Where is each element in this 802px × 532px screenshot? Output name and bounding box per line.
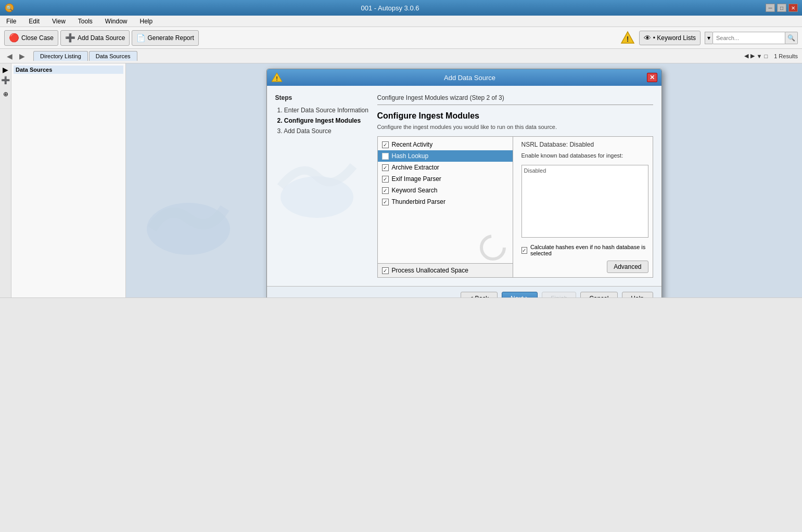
menu-help[interactable]: Help bbox=[136, 17, 157, 26]
svg-text:!: ! bbox=[276, 75, 278, 82]
module-item-exif-image-parser[interactable]: Exif Image Parser bbox=[378, 173, 513, 185]
add-data-source-label: Add Data Source bbox=[78, 34, 125, 42]
module-item-keyword-search[interactable]: Keyword Search bbox=[378, 185, 513, 196]
back-button[interactable]: < Back bbox=[461, 292, 498, 297]
tab-directory-listing[interactable]: Directory Listing bbox=[33, 51, 88, 61]
menu-file[interactable]: File bbox=[2, 17, 20, 26]
module-checkbox-hash-lookup[interactable] bbox=[382, 153, 389, 160]
title-bar: 🔍 001 - Autopsy 3.0.6 ─ □ ✕ bbox=[0, 0, 802, 16]
maximize-button[interactable]: □ bbox=[777, 4, 786, 12]
tab-strip: Directory Listing Data Sources bbox=[33, 51, 138, 61]
main-content: ▶ ➕ ⊕ Data Sources bbox=[0, 63, 802, 297]
step-2-num: 2. bbox=[277, 117, 283, 124]
calculate-hashes-label: Calculate hashes even if no hash databas… bbox=[530, 244, 648, 256]
module-list-footer: Process Unallocated Space bbox=[378, 263, 513, 277]
svg-text:🔍: 🔍 bbox=[6, 5, 13, 11]
module-list-panel: Recent Activity Hash Lookup bbox=[378, 137, 513, 277]
next-button[interactable]: Next > bbox=[502, 292, 538, 297]
dialog-warning-icon: ! bbox=[271, 72, 283, 83]
tree-pane: Data Sources bbox=[11, 63, 126, 297]
keyword-lists-label: • Keyword Lists bbox=[653, 34, 696, 42]
wizard-subtitle: Configure Ingest Modules wizard (Step 2 … bbox=[377, 94, 653, 105]
tree-header: Data Sources bbox=[14, 66, 123, 74]
dialog-footer: < Back Next > Finish Cancel Help bbox=[267, 286, 661, 297]
module-label-archive-extractor: Archive Extractor bbox=[392, 164, 439, 171]
settings-list-item: Disabled bbox=[524, 167, 546, 174]
sidebar: ▶ ➕ ⊕ bbox=[0, 63, 11, 297]
module-item-hash-lookup[interactable]: Hash Lookup bbox=[378, 150, 513, 162]
generate-report-button[interactable]: 📄 Generate Report bbox=[132, 30, 198, 46]
nav-dropdown-btn[interactable]: ▼ bbox=[757, 53, 762, 59]
steps-title: Steps bbox=[275, 94, 369, 101]
dialog-title: Add Data Source bbox=[283, 74, 657, 82]
module-checkbox-keyword-search[interactable] bbox=[382, 187, 389, 194]
module-label-thunderbird-parser: Thunderbird Parser bbox=[392, 198, 445, 205]
sidebar-icon-1[interactable]: ▶ bbox=[3, 66, 8, 74]
settings-label: Enable known bad databases for ingest: bbox=[521, 152, 648, 159]
menu-tools[interactable]: Tools bbox=[74, 17, 97, 26]
module-checkbox-archive-extractor[interactable] bbox=[382, 164, 389, 171]
generate-report-icon: 📄 bbox=[136, 34, 145, 42]
search-dropdown-btn[interactable]: ▾ bbox=[705, 32, 712, 44]
step-1: 1. Enter Data Source Information bbox=[275, 107, 369, 114]
forward-arrow[interactable]: ▶ bbox=[17, 51, 27, 61]
module-settings-panel: NSRL Database: Disabled Enable known bad… bbox=[517, 137, 653, 277]
advanced-button[interactable]: Advanced bbox=[607, 261, 648, 273]
wizard-title: Configure Ingest Modules bbox=[377, 111, 653, 121]
svg-point-8 bbox=[481, 236, 504, 259]
menu-view[interactable]: View bbox=[48, 17, 70, 26]
process-unallocated-checkbox[interactable] bbox=[382, 267, 389, 274]
process-unallocated-label: Process Unallocated Space bbox=[392, 267, 468, 274]
window-title: 001 - Autopsy 3.0.6 bbox=[15, 4, 766, 12]
calculate-hashes-checkbox[interactable] bbox=[521, 247, 527, 254]
step-1-label: Enter Data Source Information bbox=[284, 107, 368, 114]
svg-point-7 bbox=[281, 176, 353, 218]
settings-list: Disabled bbox=[521, 165, 648, 238]
step-2: 2. Configure Ingest Modules bbox=[275, 117, 369, 124]
back-arrow[interactable]: ◀ bbox=[4, 51, 15, 61]
wizard-desc: Configure the ingest modules you would l… bbox=[377, 124, 653, 130]
modules-container: Recent Activity Hash Lookup bbox=[377, 136, 653, 278]
generate-report-label: Generate Report bbox=[147, 34, 194, 42]
add-data-source-button[interactable]: ➕ Add Data Source bbox=[60, 30, 130, 46]
search-button[interactable]: 🔍 bbox=[785, 32, 798, 44]
sidebar-icon-2[interactable]: ➕ bbox=[1, 76, 10, 84]
dialog-close-button[interactable]: ✕ bbox=[647, 73, 657, 82]
module-item-recent-activity[interactable]: Recent Activity bbox=[378, 139, 513, 150]
module-label-keyword-search: Keyword Search bbox=[392, 187, 438, 194]
module-item-archive-extractor[interactable]: Archive Extractor bbox=[378, 162, 513, 173]
step-1-num: 1. bbox=[277, 107, 283, 114]
nav-right: ◀ ▶ ▼ □ 1 Results bbox=[744, 53, 798, 59]
tab-data-sources[interactable]: Data Sources bbox=[89, 51, 137, 61]
steps-panel: Steps 1. Enter Data Source Information 2… bbox=[275, 94, 369, 278]
close-case-button[interactable]: 🔴 Close Case bbox=[4, 30, 58, 46]
finish-button[interactable]: Finish bbox=[542, 292, 576, 297]
nav-bar: ◀ ▶ Directory Listing Data Sources ◀ ▶ ▼… bbox=[0, 49, 802, 63]
title-bar-controls: ─ □ ✕ bbox=[766, 4, 798, 12]
menu-bar: File Edit View Tools Window Help bbox=[0, 16, 802, 27]
nav-next-btn[interactable]: ▶ bbox=[750, 53, 755, 59]
sidebar-icon-3[interactable]: ⊕ bbox=[3, 90, 8, 98]
menu-edit[interactable]: Edit bbox=[24, 17, 44, 26]
cancel-button[interactable]: Cancel bbox=[580, 292, 617, 297]
nav-expand-btn[interactable]: □ bbox=[764, 53, 768, 59]
app-window: 🔍 001 - Autopsy 3.0.6 ─ □ ✕ File Edit Vi… bbox=[0, 0, 802, 532]
close-button[interactable]: ✕ bbox=[788, 4, 798, 12]
menu-window[interactable]: Window bbox=[101, 17, 132, 26]
step-3-num: 3. bbox=[277, 127, 283, 135]
keyword-lists-button[interactable]: 👁 • Keyword Lists bbox=[639, 31, 701, 45]
module-checkbox-exif-image-parser[interactable] bbox=[382, 176, 389, 183]
minimize-button[interactable]: ─ bbox=[766, 4, 775, 12]
module-item-thunderbird-parser[interactable]: Thunderbird Parser bbox=[378, 196, 513, 207]
close-case-label: Close Case bbox=[21, 34, 54, 42]
module-checkbox-recent-activity[interactable] bbox=[382, 141, 389, 148]
module-label-hash-lookup: Hash Lookup bbox=[392, 152, 429, 160]
search-input[interactable] bbox=[712, 32, 785, 44]
module-label-recent-activity: Recent Activity bbox=[392, 141, 433, 148]
module-checkbox-thunderbird-parser[interactable] bbox=[382, 199, 389, 205]
help-button[interactable]: Help bbox=[622, 292, 653, 297]
toolbar: 🔴 Close Case ➕ Add Data Source 📄 Generat… bbox=[0, 27, 802, 49]
loading-indicator bbox=[378, 232, 513, 263]
nav-prev-btn[interactable]: ◀ bbox=[744, 53, 748, 59]
modal-overlay: ! Add Data Source ✕ Steps 1. Enter Data … bbox=[126, 63, 802, 297]
